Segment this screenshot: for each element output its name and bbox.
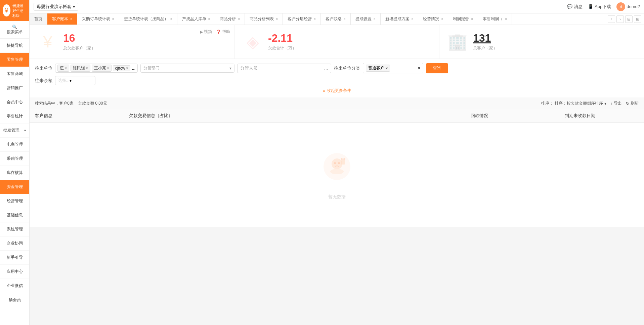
sidebar-item-newbie[interactable]: 新手引导 — [0, 251, 29, 265]
tab-close-promotions-settings[interactable]: × — [374, 17, 376, 21]
unit-tag-more[interactable]: ... — [132, 66, 135, 71]
tab-close-retail-profit[interactable]: × — [505, 17, 507, 21]
svg-point-2 — [332, 158, 342, 169]
tab-retail-profit[interactable]: 零售利润（ × — [478, 13, 512, 25]
tab-close-customer-contact[interactable]: × — [344, 17, 346, 21]
personnel-selector[interactable]: 分管人员 … — [237, 64, 331, 73]
tab-profit-report[interactable]: 利润报告 × — [448, 13, 478, 25]
sidebar-item-cooperation[interactable]: 企业协同 — [0, 237, 29, 251]
classify-selector[interactable]: 普通客户 × ▾ — [363, 63, 423, 73]
sort-selector[interactable]: 排序： 排序：按欠款金额倒序排序 ▾ — [541, 101, 606, 106]
tab-home[interactable]: 首页 — [30, 13, 47, 25]
tab-operations-situation[interactable]: 经营情况 × — [418, 13, 448, 25]
sidebar-item-purchase[interactable]: 采购管理 — [0, 152, 29, 166]
tab-inbound-stats[interactable]: 进货单统计表（按商品） × — [119, 13, 177, 25]
query-button[interactable]: 查询 — [426, 63, 448, 73]
tab-scroll-right-button[interactable]: › — [616, 15, 624, 23]
account-selector[interactable]: 母婴行业演示帐套 ▾ — [34, 3, 78, 11]
sidebar-item-system[interactable]: 系统管理 — [0, 222, 29, 237]
balance-label: 往来余额 — [35, 78, 52, 84]
unit-tag-group[interactable]: 伍 × 陈民强 × 王小亮 × cjttcw × — [55, 64, 138, 73]
tab-close-product-analysis[interactable]: × — [238, 17, 240, 21]
balance-selector[interactable]: 选择... ▾ — [55, 76, 95, 85]
unit-tag-chen-close[interactable]: × — [86, 66, 88, 70]
tab-close-customer-book[interactable]: × — [70, 17, 72, 21]
tab-new-promotion-plan[interactable]: 新增提成方案 × — [381, 13, 419, 25]
tab-close-cost-inbound[interactable]: × — [208, 17, 210, 21]
results-summary: 搜索结果中，客户0家 欠款金额 0.00元 — [35, 101, 107, 106]
empty-state: 暂无数据 — [30, 123, 644, 227]
dept-selector[interactable]: 分管部门 ▾ — [140, 64, 234, 73]
sidebar-item-retail-shop[interactable]: 零售商城 — [0, 67, 29, 81]
total-customers-value: 131 — [473, 32, 636, 44]
message-icon: 💬 — [567, 4, 572, 9]
sidebar-item-operations[interactable]: 经营管理 — [0, 194, 29, 208]
sidebar: ¥ 畅捷通好生意 标版 🔍 搜索菜单 快捷导航 零售管理 零售商城 营销推广 会… — [0, 0, 30, 325]
tab-close-purchase-orders[interactable]: × — [112, 17, 114, 21]
help-link-1[interactable]: ❓ 帮助 — [216, 29, 230, 35]
tab-close-inbound-stats[interactable]: × — [170, 17, 172, 21]
unit-tag-wang-close[interactable]: × — [107, 66, 109, 70]
tab-expand-button[interactable]: ⊞ — [634, 15, 641, 23]
phone-icon: 📱 — [588, 4, 593, 9]
unit-tag-chen[interactable]: 陈民强 × — [71, 65, 90, 72]
classify-label: 往来单位分类 — [334, 65, 360, 71]
tab-customer-contact[interactable]: 客户联络 × — [321, 13, 351, 25]
tab-cost-inbound[interactable]: 产成品入库单 × — [177, 13, 215, 25]
empty-icon — [320, 150, 354, 190]
sidebar-item-capital[interactable]: 资金管理 — [0, 180, 29, 194]
tab-customer-book[interactable]: 客户账本 × — [47, 13, 77, 25]
sidebar-item-member[interactable]: 会员中心 — [0, 95, 29, 109]
message-button[interactable]: 💬 消息 — [567, 4, 583, 10]
unit-tag-wu[interactable]: 伍 × — [57, 65, 69, 72]
classify-tag-normal[interactable]: 普通客户 × — [366, 65, 390, 72]
table-header: 客户信息 欠款交易信息（占比） 回款情况 到期未收款日期 — [30, 109, 644, 123]
stats-row: ¥ 16 总欠款客户（家） ▶ 视频 ❓ 帮助 — [30, 25, 644, 59]
sidebar-item-inventory[interactable]: 库存核算 — [0, 166, 29, 180]
unit-tag-wang[interactable]: 王小亮 × — [92, 65, 112, 72]
tab-close-operations-situation[interactable]: × — [441, 17, 443, 21]
unit-tag-cjttcw-close[interactable]: × — [126, 66, 128, 70]
sidebar-item-wechat[interactable]: 企业微信 — [0, 279, 29, 293]
topbar-right: 💬 消息 📱 App下载 d demo2 — [567, 2, 640, 11]
sidebar-item-retail[interactable]: 零售管理 — [0, 53, 29, 67]
tab-close-new-promotion-plan[interactable]: × — [412, 17, 414, 21]
user-avatar-button[interactable]: d demo2 — [616, 2, 640, 11]
sidebar-item-basic[interactable]: 基础信息 — [0, 208, 29, 222]
app-download-button[interactable]: 📱 App下载 — [588, 4, 611, 10]
export-button[interactable]: ↑ 导出 — [610, 101, 622, 106]
stat-credit-amount: ◈ -2.11 欠款合计（万） — [234, 25, 439, 59]
sidebar-item-retail-stats[interactable]: 零售统计 — [0, 109, 29, 123]
tab-collapse-button[interactable]: ⊟ — [625, 15, 633, 23]
refresh-button[interactable]: ↻ 刷新 — [626, 101, 639, 106]
sidebar-item-member2[interactable]: 畅会员 — [0, 293, 29, 307]
tab-promotions-settings[interactable]: 提成设置 × — [351, 13, 381, 25]
personnel-more-icon: … — [324, 66, 328, 71]
credit-amount-value: -2.11 — [268, 32, 431, 44]
collapse-button[interactable]: ∧ 收起更多条件 — [35, 88, 639, 94]
tab-close-profit-report[interactable]: × — [471, 17, 473, 21]
sidebar-logo[interactable]: ¥ 畅捷通好生意 标版 — [0, 0, 29, 21]
tab-close-customer-tier[interactable]: × — [314, 17, 316, 21]
sidebar-item-appcenter[interactable]: 应用中心 — [0, 265, 29, 279]
tab-product-analysis-list[interactable]: 商品分析列表 × — [245, 13, 283, 25]
unit-tag-cjttcw[interactable]: cjttcw × — [113, 65, 131, 71]
main-content: 母婴行业演示帐套 ▾ 💬 消息 📱 App下载 d demo2 首页 客户账本 — [30, 0, 644, 325]
sidebar-item-quicknav[interactable]: 快捷导航 — [0, 39, 29, 53]
sidebar-item-ecommerce[interactable]: 电商管理 — [0, 138, 29, 152]
tab-close-product-analysis-list[interactable]: × — [276, 17, 278, 21]
sidebar-item-marketing[interactable]: 营销推广 — [0, 81, 29, 95]
tab-product-analysis[interactable]: 商品分析 × — [215, 13, 245, 25]
stat-top-right-1: ▶ 视频 ❓ 帮助 — [200, 29, 230, 35]
sidebar-item-wholesale[interactable]: 批发管理 ▾ — [0, 123, 29, 138]
tab-purchase-orders[interactable]: 采购订单统计表 × — [77, 13, 119, 25]
video-link-1[interactable]: ▶ 视频 — [200, 29, 212, 35]
tab-customer-tier[interactable]: 客户分层经营 × — [283, 13, 321, 25]
col-payment-status: 回款情况 — [471, 113, 565, 119]
sidebar-item-search[interactable]: 🔍 搜索菜单 — [0, 21, 29, 39]
total-customers-label: 总客户（家） — [473, 45, 636, 51]
filter-row-1: 往来单位 伍 × 陈民强 × 王小亮 × — [35, 63, 639, 73]
unit-tag-wu-close[interactable]: × — [65, 66, 67, 70]
tab-scroll-left-button[interactable]: ‹ — [608, 15, 615, 23]
classify-tag-close[interactable]: × — [385, 66, 388, 71]
